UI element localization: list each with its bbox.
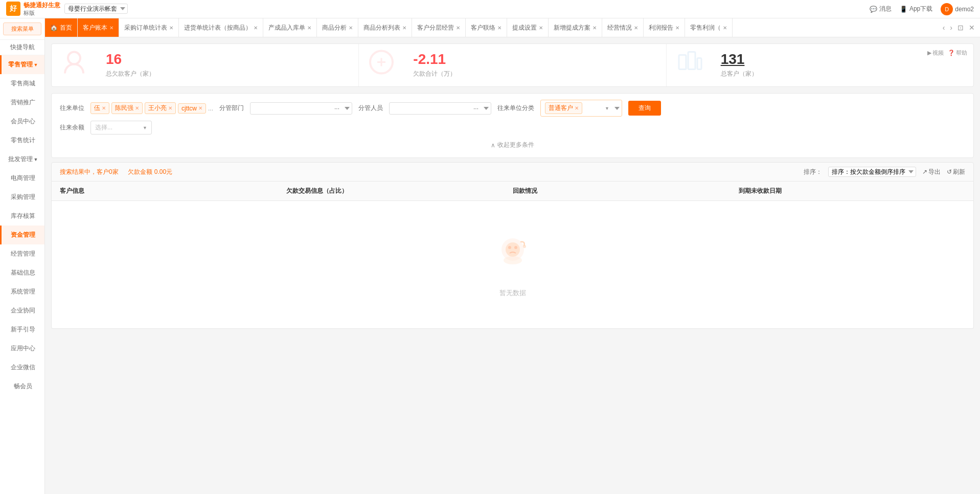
- tab-close-operation-status[interactable]: ✕: [634, 25, 638, 31]
- logo-icon: 好: [6, 2, 20, 16]
- balance-input[interactable]: 选择... ▼: [90, 121, 152, 134]
- sidebar-item-app-center[interactable]: 应用中心: [0, 339, 44, 358]
- query-btn[interactable]: 查询: [628, 101, 661, 116]
- sidebar-item-marketing[interactable]: 营销推广: [0, 93, 44, 112]
- tab-home[interactable]: 🏠 首页: [45, 18, 78, 37]
- filter-tag-qu[interactable]: 伍 ✕: [90, 102, 109, 114]
- tab-inbound-stats[interactable]: 进货单统计表（按商品） ✕: [179, 18, 263, 37]
- tab-close-product-analysis-list[interactable]: ✕: [402, 25, 406, 31]
- tab-close-customer-contact[interactable]: ✕: [497, 25, 502, 31]
- filter-tag-chenminqiang[interactable]: 陈民强 ✕: [111, 102, 143, 114]
- sidebar-item-system[interactable]: 系统管理: [0, 282, 44, 301]
- sidebar-item-retail-mgmt[interactable]: 零售管理 ▼: [0, 55, 44, 74]
- unit-class-select[interactable]: 普通客户 ✕ ▼: [540, 100, 622, 117]
- sidebar-item-capital[interactable]: 资金管理: [0, 226, 44, 244]
- tab-close-retail-profit[interactable]: ✕: [723, 25, 727, 31]
- tab-retail-profit[interactable]: 零售利润（ ✕: [685, 18, 733, 37]
- app-download-btn[interactable]: 📱 App下载: [900, 5, 932, 13]
- results-bar: 搜索结果中，客户0家 欠款金额 0.00元 排序： 排序：按欠款金额倒序排序 ↗…: [51, 162, 974, 182]
- dept-select[interactable]: ···: [250, 102, 352, 115]
- sidebar-item-wechat[interactable]: 企业微信: [0, 358, 44, 377]
- sidebar-item-retail-mall[interactable]: 零售商城: [0, 74, 44, 93]
- tab-prev-btn[interactable]: ‹: [941, 23, 947, 33]
- filter-tag-close-cjttcw[interactable]: ✕: [198, 105, 202, 111]
- tab-mention-settings[interactable]: 提成设置 ✕: [507, 18, 549, 37]
- export-icon: ↗: [922, 168, 927, 175]
- tab-close-all-btn[interactable]: ✕: [967, 23, 977, 33]
- sidebar-item-retail-stats[interactable]: 零售统计: [0, 131, 44, 150]
- svg-point-10: [523, 245, 526, 248]
- tab-customer-accounts[interactable]: 客户账本 ✕: [78, 18, 119, 37]
- user-menu[interactable]: D demo2: [941, 3, 974, 15]
- svg-rect-2: [679, 55, 686, 69]
- results-info: 搜索结果中，客户0家 欠款金额 0.00元: [60, 168, 172, 176]
- unit-class-tag-close[interactable]: ✕: [575, 105, 579, 111]
- dept-ellipsis-icon: ···: [334, 105, 339, 112]
- filter-tag-close-chen[interactable]: ✕: [135, 105, 139, 111]
- tab-new-mention[interactable]: 新增提成方案 ✕: [549, 18, 602, 37]
- person-select[interactable]: ···: [389, 102, 491, 115]
- sidebar-item-inventory[interactable]: 库存核算: [0, 207, 44, 226]
- quick-nav-btn[interactable]: 快捷导航: [0, 40, 44, 55]
- avatar: D: [941, 3, 953, 15]
- tab-close-product-analysis[interactable]: ✕: [349, 25, 353, 31]
- tab-close-customer-accounts[interactable]: ✕: [109, 25, 113, 31]
- home-icon: 🏠: [50, 24, 58, 31]
- filter-tag-wangxiaoliang[interactable]: 王小亮 ✕: [145, 102, 176, 114]
- stats-row: 16 总欠款客户（家） -2.11 欠款合计（万）: [51, 43, 974, 87]
- sidebar-item-enterprise[interactable]: 企业协同: [0, 301, 44, 320]
- refresh-btn[interactable]: ↺ 刷新: [947, 168, 965, 176]
- stat-bg-icon-debtors: [60, 48, 88, 83]
- tab-expand-btn[interactable]: ⊡: [955, 23, 966, 33]
- filter-tag-close-wang[interactable]: ✕: [168, 105, 172, 111]
- search-menu-btn[interactable]: 搜索菜单: [3, 23, 41, 35]
- tab-close-mention-settings[interactable]: ✕: [539, 25, 543, 31]
- collapse-btn[interactable]: ∧ 收起更多条件: [491, 139, 534, 151]
- tab-customer-contact[interactable]: 客户联络 ✕: [466, 18, 507, 37]
- tab-close-inbound-stats[interactable]: ✕: [254, 25, 258, 31]
- filter-row-unit: 往来单位 伍 ✕ 陈民强 ✕ 王小亮 ✕: [60, 100, 965, 117]
- table-header: 客户信息 欠款交易信息（占比） 回款情况 到期未收款日期: [52, 182, 973, 201]
- sidebar-item-member[interactable]: 畅会员: [0, 377, 44, 396]
- tab-cost-inbound[interactable]: 产成品入库单 ✕: [263, 18, 317, 37]
- export-btn[interactable]: ↗ 导出: [922, 168, 941, 176]
- stat-bg-icon-customers: [675, 48, 703, 83]
- tab-close-new-mention[interactable]: ✕: [592, 25, 597, 31]
- tab-profit-report[interactable]: 利润报告 ✕: [644, 18, 685, 37]
- sidebar-item-batch-mgmt[interactable]: 批发管理 ▼: [0, 150, 44, 169]
- tab-close-profit-report[interactable]: ✕: [675, 25, 679, 31]
- tab-operation-status[interactable]: 经营情况 ✕: [602, 18, 644, 37]
- sort-select[interactable]: 排序：按欠款金额倒序排序: [828, 167, 916, 177]
- svg-point-6: [506, 242, 520, 257]
- tab-purchase-stats[interactable]: 采购订单统计表 ✕: [119, 18, 179, 37]
- svg-point-9: [514, 246, 517, 249]
- filter-tags: 伍 ✕ 陈民强 ✕ 王小亮 ✕ cjttcw ✕: [90, 102, 213, 114]
- tab-next-btn[interactable]: ›: [948, 23, 954, 33]
- tab-product-analysis[interactable]: 商品分析 ✕: [317, 18, 358, 37]
- tab-customer-segment[interactable]: 客户分层经营 ✕: [412, 18, 466, 37]
- stat-card-debt-total: -2.11 欠款合计（万）: [359, 44, 666, 86]
- filter-row-balance: 往来余额 选择... ▼: [60, 121, 965, 134]
- tab-product-analysis-list[interactable]: 商品分析列表 ✕: [358, 18, 412, 37]
- col-debt-info: 欠款交易信息（占比）: [286, 187, 513, 195]
- message-btn[interactable]: 💬 消息: [870, 5, 892, 13]
- filter-tag-close-qu[interactable]: ✕: [102, 105, 106, 111]
- sidebar-item-member-center[interactable]: 会员中心: [0, 112, 44, 131]
- store-select[interactable]: 母婴行业演示帐套: [64, 4, 128, 14]
- tab-close-customer-segment[interactable]: ✕: [456, 25, 460, 31]
- video-btn[interactable]: ▶ 视频: [927, 49, 944, 57]
- chevron-icon: ▼: [34, 62, 38, 68]
- tab-close-purchase-stats[interactable]: ✕: [169, 25, 173, 31]
- tab-close-cost-inbound[interactable]: ✕: [307, 25, 311, 31]
- help-btn[interactable]: ❓ 帮助: [948, 49, 967, 57]
- table-empty-state: 暂无数据: [52, 201, 973, 328]
- sidebar-item-operation[interactable]: 经营管理: [0, 244, 44, 263]
- sidebar-item-newbie[interactable]: 新手引导: [0, 320, 44, 339]
- sidebar-item-purchase[interactable]: 采购管理: [0, 188, 44, 207]
- unit-class-tag: 普通客户 ✕: [545, 102, 582, 114]
- filter-tag-cjttcw[interactable]: cjttcw ✕: [178, 103, 206, 114]
- sidebar-item-basic-info[interactable]: 基础信息: [0, 263, 44, 282]
- filter-more-btn[interactable]: ...: [208, 105, 213, 112]
- sidebar-item-ecommerce[interactable]: 电商管理: [0, 169, 44, 188]
- top-header: 好 畅捷通好生意 标版 母婴行业演示帐套 💬 消息 📱 App下载 D demo…: [0, 0, 980, 18]
